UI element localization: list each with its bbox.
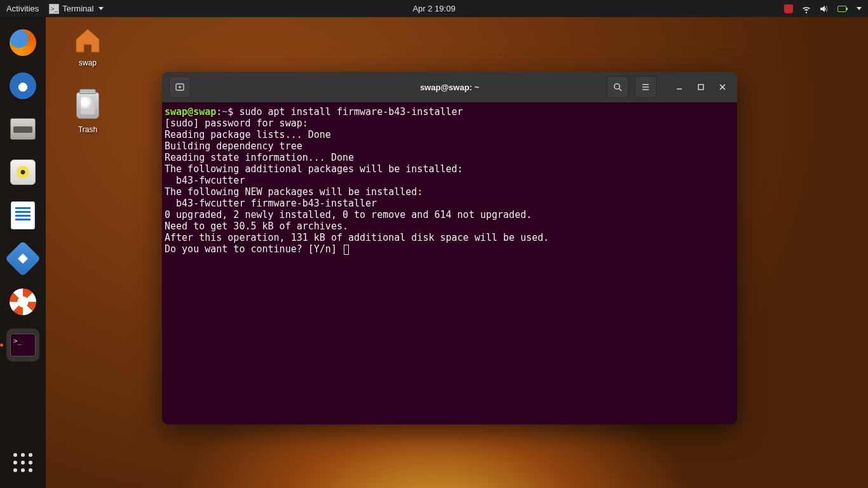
battery-icon[interactable] [837, 4, 847, 14]
close-button[interactable] [713, 78, 732, 97]
rhythmbox-icon [10, 159, 36, 185]
terminal-output-line: 0 upgraded, 2 newly installed, 0 to remo… [165, 209, 735, 220]
home-folder-icon [72, 25, 103, 56]
terminal-output-line: Do you want to continue? [Y/n] [165, 243, 735, 255]
terminal-output-line: The following additional packages will b… [165, 163, 735, 175]
prompt-sep2: $ [227, 106, 239, 118]
close-icon [719, 83, 726, 91]
prompt-path: ~ [222, 106, 227, 118]
show-applications-button[interactable] [10, 450, 36, 475]
help-icon [10, 288, 36, 315]
terminal-continue-prompt: Do you want to continue? [Y/n] [165, 243, 342, 255]
trash-icon [72, 92, 103, 123]
app-menu-label: Terminal [62, 4, 93, 13]
new-tab-button[interactable] [169, 76, 191, 98]
window-title: swap@swap: ~ [420, 83, 479, 92]
terminal-prompt-line: swap@swap:~$ sudo apt install firmware-b… [165, 106, 735, 118]
desktop-icon-home[interactable]: swap [62, 25, 113, 67]
search-icon [613, 82, 623, 92]
hamburger-icon [641, 82, 651, 92]
terminal-icon [10, 334, 36, 356]
dock-firefox[interactable] [6, 26, 39, 59]
new-tab-icon [175, 82, 185, 92]
app-menu[interactable]: >_ Terminal [49, 4, 104, 14]
dock-thunderbird[interactable] [6, 69, 39, 102]
dock [0, 17, 46, 488]
terminal-cursor [344, 245, 349, 255]
terminal-content[interactable]: swap@swap:~$ sudo apt install firmware-b… [162, 102, 737, 424]
software-icon [5, 241, 41, 277]
security-shield-icon[interactable] [783, 4, 794, 14]
terminal-output-line: Reading state information... Done [165, 152, 735, 163]
terminal-output-line: The following NEW packages will be insta… [165, 186, 735, 198]
dock-software[interactable] [6, 242, 39, 275]
window-titlebar[interactable]: swap@swap: ~ [162, 72, 737, 102]
files-icon [10, 118, 36, 140]
minimize-button[interactable] [670, 78, 689, 97]
svg-point-1 [614, 84, 620, 89]
terminal-output-line: [sudo] password for swap: [165, 118, 735, 129]
writer-icon [11, 201, 35, 229]
chevron-down-icon [98, 7, 104, 10]
system-menu-chevron-icon[interactable] [857, 7, 862, 10]
dock-files[interactable] [6, 112, 39, 146]
terminal-output-line: Need to get 30.5 kB of archives. [165, 220, 735, 232]
terminal-output-line: Building dependency tree [165, 140, 735, 152]
clock[interactable]: Apr 2 19:09 [412, 4, 455, 13]
dock-terminal[interactable] [6, 329, 39, 362]
dock-help[interactable] [6, 285, 39, 318]
terminal-output-line: b43-fwcutter [165, 175, 735, 186]
search-button[interactable] [607, 76, 628, 98]
thunderbird-icon [10, 72, 36, 99]
prompt-sep1: : [216, 106, 222, 118]
minimize-icon [675, 83, 683, 91]
desktop-icon-trash[interactable]: Trash [62, 92, 113, 134]
prompt-user: swap@swap [165, 106, 216, 118]
terminal-output-line: After this operation, 131 kB of addition… [165, 232, 735, 243]
maximize-icon [697, 83, 705, 91]
hamburger-menu-button[interactable] [635, 76, 656, 98]
dock-libreoffice-writer[interactable] [6, 199, 39, 232]
top-bar: Activities >_ Terminal Apr 2 19:09 [0, 0, 868, 17]
volume-icon[interactable] [819, 4, 829, 14]
activities-button[interactable]: Activities [6, 4, 39, 13]
wifi-icon[interactable] [801, 4, 811, 14]
svg-rect-2 [698, 85, 703, 90]
maximize-button[interactable] [691, 78, 710, 97]
firefox-icon [10, 29, 36, 56]
terminal-output-line: b43-fwcutter firmware-b43-installer [165, 198, 735, 209]
terminal-output-line: Reading package lists... Done [165, 129, 735, 140]
desktop-icon-home-label: swap [62, 58, 113, 67]
terminal-icon: >_ [49, 4, 59, 14]
terminal-window: swap@swap: ~ swap@swap:~$ sudo apt insta… [162, 72, 737, 424]
dock-rhythmbox[interactable] [6, 156, 39, 189]
terminal-command: sudo apt install firmware-b43-installer [239, 106, 463, 118]
desktop-icon-trash-label: Trash [62, 125, 113, 134]
